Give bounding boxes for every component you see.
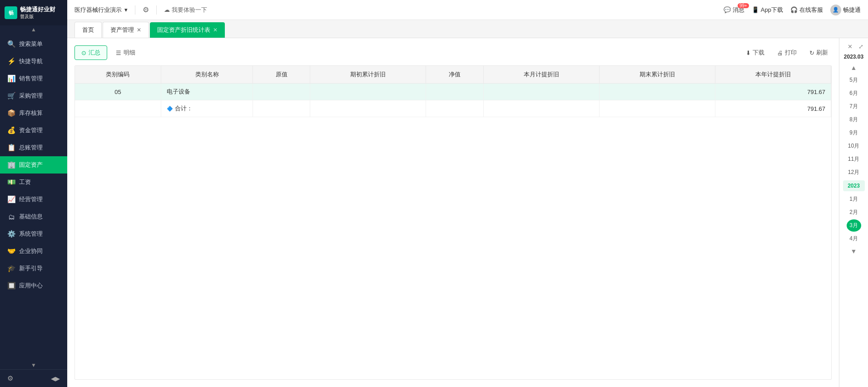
base-icon: 🗂 xyxy=(7,213,15,221)
month-2[interactable]: 2月 xyxy=(843,206,865,218)
message-btn[interactable]: 💬 消息 99+ xyxy=(724,6,744,14)
finance-icon: 💰 xyxy=(7,126,15,134)
month-10[interactable]: 10月 xyxy=(843,140,865,152)
sidebar-item-sales[interactable]: 📊 销售管理 xyxy=(0,70,67,87)
cell-year-depr: 791.67 xyxy=(715,84,831,100)
sidebar-item-finance[interactable]: 💰 资金管理 xyxy=(0,122,67,139)
sidebar-nav: 🔍 搜索菜单 ⚡ 快捷导航 📊 销售管理 🛒 采购管理 📦 库存核算 💰 资金管… xyxy=(0,34,67,361)
table-header-row: 类别编码 类别名称 原值 期初累计折旧 净值 本月计提折旧 期末累计折旧 本年计… xyxy=(75,66,831,84)
flash-icon: ⚡ xyxy=(7,57,15,65)
sidebar-item-payroll[interactable]: 💵 工资 xyxy=(0,174,67,191)
date-scroll-up[interactable]: ▲ xyxy=(847,63,861,73)
print-icon: 🖨 xyxy=(777,50,783,56)
month-6[interactable]: 6月 xyxy=(843,87,865,99)
service-label: 在线客服 xyxy=(799,6,823,14)
detail-list-icon: ☰ xyxy=(116,50,121,56)
sidebar-item-label: 基础信息 xyxy=(19,213,43,221)
sidebar-item-ops[interactable]: 📈 经营管理 xyxy=(0,191,67,208)
sidebar-item-base[interactable]: 🗂 基础信息 xyxy=(0,208,67,225)
sidebar-item-ledger[interactable]: 📋 总账管理 xyxy=(0,139,67,156)
sidebar-item-purchase[interactable]: 🛒 采购管理 xyxy=(0,87,67,104)
system-icon: ⚙️ xyxy=(7,230,15,238)
month-1[interactable]: 1月 xyxy=(843,193,865,205)
payroll-icon: 💵 xyxy=(7,178,15,186)
tab-depreciation[interactable]: 固定资产折旧统计表 ✕ xyxy=(150,22,225,38)
year-2023-label: 2023 xyxy=(843,180,865,191)
depreciation-table-wrapper: 类别编码 类别名称 原值 期初累计折旧 净值 本月计提折旧 期末累计折旧 本年计… xyxy=(74,65,832,380)
summary-name: 🔷 合计： xyxy=(161,100,253,117)
print-btn[interactable]: 🖨 打印 xyxy=(774,47,800,59)
download-label: 下载 xyxy=(753,49,764,57)
sidebar-item-search[interactable]: 🔍 搜索菜单 xyxy=(0,35,67,53)
sidebar-item-label: 快捷导航 xyxy=(19,57,43,65)
cell-original xyxy=(253,84,310,100)
sidebar-item-inventory[interactable]: 📦 库存核算 xyxy=(0,104,67,122)
month-11[interactable]: 11月 xyxy=(843,153,865,165)
main-content: ⊙ 汇总 ☰ 明细 ⬇ 下载 🖨 打印 xyxy=(67,38,839,387)
sidebar-item-label: 新手引导 xyxy=(19,264,43,273)
refresh-label: 刷新 xyxy=(816,49,828,57)
sidebar-item-guide[interactable]: 🎓 新手引导 xyxy=(0,260,67,277)
experience-label: 我要体验一下 xyxy=(172,6,207,14)
company-selector[interactable]: 医疗器械行业演示 ▾ xyxy=(74,6,128,14)
month-7[interactable]: 7月 xyxy=(843,100,865,113)
toggle-sidebar-icon[interactable]: ◀▶ xyxy=(51,375,60,382)
close-depreciation-tab[interactable]: ✕ xyxy=(213,27,218,33)
sidebar-item-quicknav[interactable]: ⚡ 快捷导航 xyxy=(0,53,67,70)
month-9[interactable]: 9月 xyxy=(843,127,865,139)
service-icon: 🎧 xyxy=(790,6,798,13)
toolbar-right: ⬇ 下载 🖨 打印 ↻ 刷新 xyxy=(742,47,832,59)
table-summary-row: 🔷 合计： 791.67 xyxy=(75,100,831,117)
refresh-btn[interactable]: ↻ 刷新 xyxy=(806,47,832,59)
sidebar-scroll-down[interactable]: ▼ xyxy=(0,361,67,369)
app-download-btn[interactable]: 📱 App下载 xyxy=(752,6,783,14)
settings-footer-icon[interactable]: ⚙ xyxy=(7,374,13,382)
company-name: 医疗器械行业演示 xyxy=(74,6,122,14)
cell-accum-begin xyxy=(310,84,426,100)
month-12[interactable]: 12月 xyxy=(843,166,865,179)
tab-home-label: 首页 xyxy=(82,26,94,34)
app-icon: 📱 xyxy=(752,6,759,13)
close-assets-tab[interactable]: ✕ xyxy=(137,27,141,33)
download-icon: ⬇ xyxy=(746,50,751,56)
tab-home[interactable]: 首页 xyxy=(74,22,102,38)
subtab-bar: ⊙ 汇总 ☰ 明细 ⬇ 下载 🖨 打印 xyxy=(74,45,832,60)
right-panel-expand-btn[interactable]: ⤢ xyxy=(856,42,865,51)
sidebar-item-system[interactable]: ⚙️ 系统管理 xyxy=(0,225,67,243)
month-4[interactable]: 4月 xyxy=(843,233,865,245)
month-8[interactable]: 8月 xyxy=(843,114,865,126)
date-scroll-down[interactable]: ▼ xyxy=(847,246,861,256)
sidebar-item-appcenter[interactable]: 🔲 应用中心 xyxy=(0,277,67,294)
download-btn[interactable]: ⬇ 下载 xyxy=(742,47,768,59)
right-date-panel: ✕ ⤢ 2023.03 ▲ 5月 6月 7月 8月 9月 10月 11月 12月… xyxy=(839,38,868,387)
settings-icon-topbar[interactable]: ⚙ xyxy=(143,5,149,14)
collab-icon: 🤝 xyxy=(7,247,15,255)
subtab-summary[interactable]: ⊙ 汇总 xyxy=(74,45,107,60)
message-badge: 99+ xyxy=(738,3,749,8)
sidebar-item-fixed[interactable]: 🏢 固定资产 xyxy=(0,156,67,174)
right-panel-close-btn[interactable]: ✕ xyxy=(845,42,854,51)
user-menu-btn[interactable]: 👤 畅捷通 xyxy=(830,5,861,15)
sidebar-header: 畅 畅捷通好业财 普及版 xyxy=(0,0,67,25)
sidebar-scroll-up[interactable]: ▲ xyxy=(0,25,67,34)
summary-net xyxy=(426,100,483,117)
fixed-icon: 🏢 xyxy=(7,161,15,169)
month-3-active[interactable]: 3月 xyxy=(847,219,861,232)
sidebar-item-label: 工资 xyxy=(19,178,31,186)
subtab-detail[interactable]: ☰ 明细 xyxy=(109,45,142,60)
search-icon: 🔍 xyxy=(7,40,15,48)
sidebar-item-collab[interactable]: 🤝 企业协同 xyxy=(0,243,67,260)
month-5[interactable]: 5月 xyxy=(843,74,865,86)
sidebar-item-label: 企业协同 xyxy=(19,247,43,255)
refresh-icon: ↻ xyxy=(809,50,814,56)
tab-assets[interactable]: 资产管理 ✕ xyxy=(103,22,149,38)
main-area: 医疗器械行业演示 ▾ ⚙ ☁ 我要体验一下 💬 消息 99+ 📱 App下载 🎧… xyxy=(67,0,868,387)
sidebar-item-label: 搜索菜单 xyxy=(19,40,43,48)
online-service-btn[interactable]: 🎧 在线客服 xyxy=(790,6,823,14)
sidebar-item-label: 系统管理 xyxy=(19,230,43,238)
summary-expand-icon[interactable]: 🔷 xyxy=(167,106,173,111)
sales-icon: 📊 xyxy=(7,74,15,83)
experience-btn[interactable]: ☁ 我要体验一下 xyxy=(164,6,207,14)
cell-month-depr xyxy=(483,84,599,100)
col-accum-begin: 期初累计折旧 xyxy=(310,66,426,84)
